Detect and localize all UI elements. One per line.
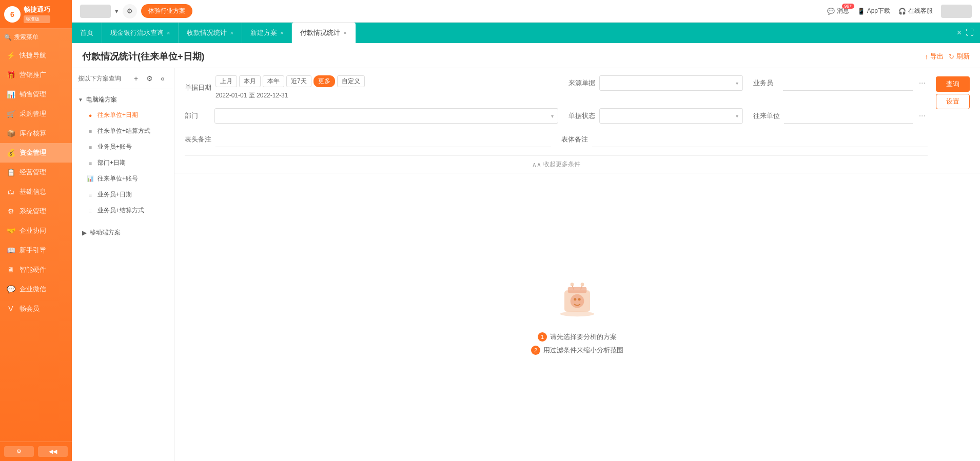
sidebar-item-label: 智能硬件 bbox=[19, 265, 46, 274]
date-range-wrapper: 2022-01-01 至 2022-12-31 bbox=[215, 91, 439, 100]
scheme-icon: ≡ bbox=[86, 207, 94, 215]
body-note-input[interactable] bbox=[592, 132, 928, 147]
app-download-label: App下载 bbox=[867, 7, 890, 15]
scheme-icon: ≡ bbox=[86, 127, 94, 135]
date-more[interactable]: 更多 bbox=[313, 75, 335, 87]
date-this-month[interactable]: 本月 bbox=[239, 75, 261, 87]
topbar-settings-button[interactable]: ⚙ bbox=[123, 4, 137, 18]
tab-payments-close[interactable]: × bbox=[343, 30, 346, 36]
scheme-item-dept-date[interactable]: ≡ 部门+日期 bbox=[72, 155, 174, 171]
scheme-add-button[interactable]: + bbox=[131, 73, 141, 84]
service-icon: 🎧 bbox=[898, 8, 906, 15]
app-download-button[interactable]: 📱 App下载 bbox=[857, 7, 890, 15]
scheme-item-partner-settle[interactable]: ≡ 往来单位+结算方式 bbox=[72, 123, 174, 139]
scheme-mobile-group: ▶ 移动端方案 bbox=[72, 222, 174, 244]
caigou-icon: 🛒 bbox=[6, 109, 15, 118]
chevron-up-icon: ∧∧ bbox=[532, 161, 541, 168]
docstatus-label: 单据状态 bbox=[569, 111, 595, 121]
date-this-year[interactable]: 本年 bbox=[263, 75, 284, 87]
tabs-actions: × ⛶ bbox=[951, 28, 980, 37]
dept-select[interactable]: ▾ bbox=[214, 108, 558, 124]
tab-receipts-close[interactable]: × bbox=[230, 30, 233, 36]
sidebar-item-jingying[interactable]: 📋 经营管理 bbox=[0, 163, 72, 182]
scheme-mobile-header[interactable]: ▶ 移动端方案 bbox=[72, 225, 174, 240]
user-avatar[interactable] bbox=[941, 5, 972, 18]
main-body: 按以下方案查询 + ⚙ « ▼ 电脑端方案 ● 往来单位+日期 bbox=[72, 68, 980, 461]
partner-input[interactable] bbox=[784, 108, 913, 124]
tab-home-label: 首页 bbox=[80, 28, 93, 37]
sidebar-item-caigou[interactable]: 🛒 采购管理 bbox=[0, 104, 72, 124]
sidebar-item-jichu[interactable]: 🗂 基础信息 bbox=[0, 182, 72, 202]
tab-new-close[interactable]: × bbox=[280, 30, 283, 36]
scheme-panel-title: 按以下方案查询 bbox=[78, 74, 121, 83]
trial-button[interactable]: 体验行业方案 bbox=[141, 4, 192, 18]
source-select[interactable]: ▾ bbox=[599, 75, 743, 91]
tab-bank-close[interactable]: × bbox=[167, 30, 170, 36]
scheme-settings-button[interactable]: ⚙ bbox=[144, 73, 154, 84]
refresh-icon: ↻ bbox=[949, 53, 954, 61]
scheme-item-staff-date[interactable]: ≡ 业务员+日期 bbox=[72, 187, 174, 203]
sidebar-item-weixin[interactable]: 💬 企业微信 bbox=[0, 279, 72, 299]
sidebar-item-yingxiao[interactable]: 🎁 营销推广 bbox=[0, 65, 72, 85]
sidebar-item-xitong[interactable]: ⚙ 系统管理 bbox=[0, 202, 72, 221]
chart-icon: 📊 bbox=[86, 175, 94, 183]
filter-settings-button[interactable]: 设置 bbox=[936, 94, 970, 109]
filter-header-note-item: 表头备注 bbox=[185, 132, 551, 147]
sidebar-item-zijin[interactable]: 💰 资金管理 bbox=[0, 143, 72, 163]
sidebar-item-xinshou[interactable]: 📖 新手引导 bbox=[0, 240, 72, 260]
topbar: ▾ ⚙ 体验行业方案 💬 消息 99+ 📱 App下载 🎧 在线客服 bbox=[72, 0, 980, 23]
huiyuan-icon: V bbox=[6, 304, 15, 313]
scheme-item-staff-account[interactable]: ≡ 业务员+账号 bbox=[72, 139, 174, 155]
tab-bank[interactable]: 现金银行流水查询 × bbox=[102, 23, 179, 43]
tip-2-label: 用过滤条件来缩小分析范围 bbox=[543, 346, 623, 355]
docstatus-select[interactable]: ▾ bbox=[599, 108, 743, 124]
scheme-item-staff-settle[interactable]: ≡ 业务员+结算方式 bbox=[72, 203, 174, 218]
search-menu[interactable]: 🔍 搜索菜单 bbox=[0, 29, 72, 46]
tab-home[interactable]: 首页 bbox=[72, 23, 102, 43]
date-7days[interactable]: 近7天 bbox=[286, 75, 311, 87]
partner-more-button[interactable]: ··· bbox=[917, 111, 928, 121]
sidebar-item-kucun[interactable]: 📦 库存核算 bbox=[0, 124, 72, 143]
date-last-month[interactable]: 上月 bbox=[215, 75, 237, 87]
tab-payments[interactable]: 付款情况统计 × bbox=[292, 23, 355, 43]
header-note-input[interactable] bbox=[215, 132, 551, 147]
export-button[interactable]: ↑ 导出 bbox=[925, 52, 944, 61]
sidebar-item-qiye[interactable]: 🤝 企业协同 bbox=[0, 221, 72, 240]
scheme-item-partner-date[interactable]: ● 往来单位+日期 bbox=[72, 107, 174, 123]
tab-receipts[interactable]: 收款情况统计 × bbox=[179, 23, 242, 43]
window-close-button[interactable]: × bbox=[957, 28, 962, 37]
sidebar-item-xiaoshou[interactable]: 📊 销售管理 bbox=[0, 85, 72, 104]
query-button[interactable]: 查询 bbox=[936, 76, 970, 92]
sidebar-logo: 6 畅捷通巧 标准版 bbox=[0, 0, 72, 29]
tab-receipts-label: 收款情况统计 bbox=[187, 28, 227, 37]
scheme-item-label: 业务员+账号 bbox=[97, 143, 132, 151]
chevron-down-icon: ▾ bbox=[736, 113, 738, 119]
scheme-item-label: 部门+日期 bbox=[97, 158, 126, 167]
logo-text-group: 畅捷通巧 标准版 bbox=[24, 5, 50, 23]
tab-new[interactable]: 新建方案 × bbox=[242, 23, 292, 43]
sidebar-settings-button[interactable]: ⚙ bbox=[4, 446, 34, 457]
sidebar-item-label: 畅会员 bbox=[19, 304, 40, 313]
sidebar-nav: ⚡ 快捷导航 🎁 营销推广 📊 销售管理 🛒 采购管理 📦 库存核算 💰 资金管… bbox=[0, 46, 72, 442]
staff-input[interactable] bbox=[783, 75, 913, 91]
refresh-button[interactable]: ↻ 刷新 bbox=[949, 52, 970, 61]
content-body: 单据日期 上月 本月 本年 近7天 更多 自定义 2022-01-01 bbox=[174, 68, 980, 461]
scheme-item-partner-account[interactable]: 📊 往来单位+账号 bbox=[72, 171, 174, 187]
main-area: ▾ ⚙ 体验行业方案 💬 消息 99+ 📱 App下载 🎧 在线客服 bbox=[72, 0, 980, 461]
scheme-collapse-button[interactable]: « bbox=[158, 73, 168, 84]
date-custom[interactable]: 自定义 bbox=[337, 75, 365, 87]
tab-new-label: 新建方案 bbox=[250, 28, 277, 37]
scheme-desktop-header[interactable]: ▼ 电脑端方案 bbox=[72, 92, 174, 107]
window-expand-button[interactable]: ⛶ bbox=[966, 28, 974, 37]
company-dropdown[interactable]: ▾ bbox=[115, 7, 119, 15]
online-service-button[interactable]: 🎧 在线客服 bbox=[898, 7, 933, 15]
sidebar-item-zhineng[interactable]: 🖥 智能硬件 bbox=[0, 260, 72, 279]
notifications-button[interactable]: 💬 消息 99+ bbox=[827, 7, 849, 15]
sidebar-item-huiyuan[interactable]: V 畅会员 bbox=[0, 299, 72, 318]
sidebar-collapse-button[interactable]: ◀◀ bbox=[38, 446, 68, 457]
staff-more-button[interactable]: ··· bbox=[917, 78, 928, 88]
sidebar-item-kuaijie[interactable]: ⚡ 快捷导航 bbox=[0, 46, 72, 65]
filter-body-note-item: 表体备注 bbox=[561, 132, 928, 147]
collapse-bar[interactable]: ∧∧ 收起更多条件 bbox=[185, 155, 928, 173]
scheme-panel-header: 按以下方案查询 + ⚙ « bbox=[72, 68, 174, 89]
